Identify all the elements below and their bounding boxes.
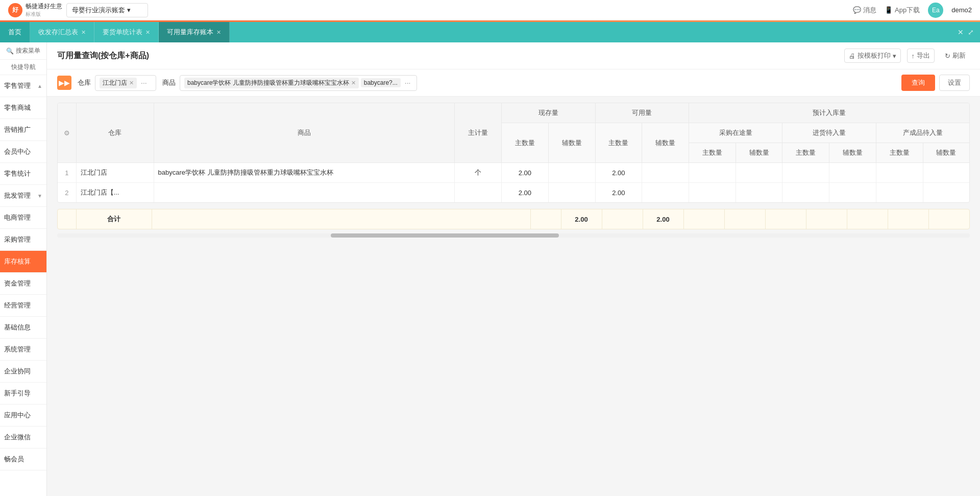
- sidebar-item-vip[interactable]: 畅会员: [0, 448, 46, 470]
- top-bar-left: 好 畅捷通好生意 标准版 母婴行业演示账套 ▾: [8, 2, 148, 18]
- sidebar-item-member[interactable]: 会员中心: [0, 141, 46, 163]
- sidebar-quick-nav[interactable]: 快捷导航: [0, 60, 46, 75]
- td-unit: [455, 183, 502, 203]
- td-warehouse: 江北门店【...: [76, 183, 154, 203]
- sidebar-item-system[interactable]: 系统管理: [0, 339, 46, 361]
- th-incoming: 进货待入量: [782, 123, 876, 143]
- table-header-row1: ⚙ 仓库 商品 主计量 现存量 可用量 预计入库量: [58, 103, 969, 123]
- td-product: [154, 183, 455, 203]
- close-order[interactable]: ✕: [145, 29, 150, 36]
- table-row: 2 江北门店【... 2.00 2.00: [58, 183, 969, 203]
- store-selector[interactable]: 母婴行业演示账套 ▾: [66, 3, 148, 17]
- app-download-label: App下载: [895, 6, 920, 15]
- vip-label: 畅会员: [4, 455, 24, 464]
- product-more[interactable]: ···: [403, 79, 413, 87]
- td-inc-main: [782, 183, 829, 203]
- footer-empty2: [152, 209, 530, 229]
- product-tag2: babycare?...: [361, 78, 401, 87]
- retail-mall-label: 零售商城: [4, 103, 31, 112]
- close-available[interactable]: ✕: [216, 29, 221, 36]
- message-icon: 💬: [853, 6, 861, 14]
- finance-label: 资金管理: [4, 279, 31, 288]
- btn-export[interactable]: ↑ 导出: [907, 49, 935, 63]
- td-pt-aux: [736, 183, 782, 203]
- sidebar-item-wechat[interactable]: 企业微信: [0, 427, 46, 448]
- sidebar-item-finance[interactable]: 资金管理: [0, 273, 46, 295]
- system-label: 系统管理: [4, 345, 31, 354]
- th-product: 商品: [154, 103, 455, 163]
- footer-label: 合计: [76, 209, 152, 229]
- sidebar-item-retail-stats[interactable]: 零售统计: [0, 163, 46, 185]
- tab-receive[interactable]: 收发存汇总表 ✕: [30, 22, 94, 42]
- inventory-label: 库存核算: [4, 257, 31, 266]
- top-bar: 好 畅捷通好生意 标准版 母婴行业演示账套 ▾ 💬 消息 📱 App下载 Ea …: [0, 0, 980, 20]
- tab-available[interactable]: 可用量库存账本 ✕: [159, 22, 230, 42]
- scroll-indicator[interactable]: [57, 233, 970, 238]
- tab-order[interactable]: 要货单统计表 ✕: [94, 22, 159, 42]
- sidebar-item-ecommerce[interactable]: 电商管理: [0, 207, 46, 229]
- th-inc-main: 主数量: [782, 143, 829, 163]
- th-settings[interactable]: ⚙: [58, 103, 76, 163]
- sidebar-item-purchase[interactable]: 采购管理: [0, 229, 46, 251]
- th-pt-aux: 辅数量: [736, 143, 782, 163]
- warehouse-tag: 江北门店 ✕: [100, 78, 137, 88]
- quick-nav-label: 快捷导航: [11, 63, 36, 72]
- page-header: 可用量查询(按仓库+商品) 🖨 按模板打印 ▾ ↑ 导出 ↻ 刷新: [47, 42, 980, 69]
- print-icon: 🖨: [849, 52, 855, 60]
- th-avail-main: 主数量: [595, 123, 642, 163]
- th-stock: 现存量: [502, 103, 595, 123]
- close-all-btn[interactable]: ✕: [958, 28, 964, 36]
- close-receive[interactable]: ✕: [81, 29, 86, 36]
- sidebar-item-basics[interactable]: 基础信息: [0, 317, 46, 339]
- sidebar-item-appcenter[interactable]: 应用中心: [0, 405, 46, 427]
- main-layout: 🔍 搜索菜单 快捷导航 零售管理 ▲ 零售商城 营销推广 会员中心 零售统计 批…: [0, 42, 980, 496]
- app-download-action[interactable]: 📱 App下载: [885, 6, 920, 15]
- retail-stats-label: 零售统计: [4, 169, 31, 178]
- data-table: ⚙ 仓库 商品 主计量 现存量 可用量 预计入库量 主数量 辅数量 主数量 辅数…: [58, 103, 969, 202]
- avatar[interactable]: Ea: [928, 3, 943, 18]
- warehouse-input[interactable]: 江北门店 ✕ ···: [95, 75, 156, 91]
- sidebar-item-newuser[interactable]: 新手引导: [0, 383, 46, 405]
- sidebar-item-inventory[interactable]: 库存核算: [0, 251, 46, 273]
- td-no: 1: [58, 163, 76, 183]
- sidebar-item-collab[interactable]: 企业协同: [0, 361, 46, 383]
- sidebar-item-retail-mgmt[interactable]: 零售管理 ▲: [0, 75, 46, 97]
- message-action[interactable]: 💬 消息: [853, 6, 876, 15]
- table-container: ⚙ 仓库 商品 主计量 现存量 可用量 预计入库量 主数量 辅数量 主数量 辅数…: [57, 103, 970, 203]
- nav-controls: ✕ ⤢: [951, 22, 980, 42]
- product-input[interactable]: babycare学饮杯 儿童防摔防撞吸管杯重力球吸嘴杯宝宝水杯 ✕ babyca…: [180, 75, 417, 91]
- sidebar: 🔍 搜索菜单 快捷导航 零售管理 ▲ 零售商城 营销推广 会员中心 零售统计 批…: [0, 42, 47, 496]
- operations-label: 经营管理: [4, 301, 31, 310]
- content-area: 可用量查询(按仓库+商品) 🖨 按模板打印 ▾ ↑ 导出 ↻ 刷新 ▶▶: [47, 42, 980, 496]
- btn-query[interactable]: 查询: [901, 75, 935, 91]
- btn-settings[interactable]: 设置: [939, 75, 970, 91]
- th-avail-aux: 辅数量: [642, 123, 689, 163]
- footer-inc-main: [806, 209, 847, 229]
- page-title: 可用量查询(按仓库+商品): [57, 51, 149, 61]
- expand-btn[interactable]: ⤢: [968, 28, 974, 36]
- td-avail-main: 2.00: [595, 183, 642, 203]
- th-pt-main: 主数量: [689, 143, 736, 163]
- sidebar-item-operations[interactable]: 经营管理: [0, 295, 46, 317]
- btn-refresh[interactable]: ↻ 刷新: [941, 49, 970, 62]
- scroll-thumb: [331, 233, 559, 238]
- filter-toggle-btn[interactable]: ▶▶: [57, 76, 71, 90]
- remove-product-tag1[interactable]: ✕: [351, 80, 356, 86]
- sidebar-item-retail-mall[interactable]: 零售商城: [0, 97, 46, 119]
- warehouse-more[interactable]: ···: [139, 79, 149, 87]
- remove-warehouse-tag[interactable]: ✕: [129, 80, 134, 86]
- sidebar-search[interactable]: 🔍 搜索菜单: [0, 42, 46, 60]
- available-label: 可用量库存账本: [167, 28, 213, 37]
- retail-mgmt-label: 零售管理: [4, 81, 31, 90]
- username: demo2: [951, 6, 972, 14]
- sidebar-item-wholesale[interactable]: 批发管理 ▼: [0, 185, 46, 207]
- filter-warehouse-group: 仓库 江北门店 ✕ ···: [78, 75, 156, 91]
- collab-label: 企业协同: [4, 367, 31, 376]
- sidebar-item-marketing[interactable]: 营销推广: [0, 119, 46, 141]
- footer-row: 合计 2.00 2.00: [58, 209, 969, 229]
- table-body: 1 江北门店 babycare学饮杯 儿童防摔防撞吸管杯重力球吸嘴杯宝宝水杯 个…: [58, 163, 969, 203]
- tab-home[interactable]: 首页: [0, 22, 30, 42]
- wholesale-arrow-icon: ▼: [37, 193, 42, 199]
- btn-template-print[interactable]: 🖨 按模板打印 ▾: [844, 49, 901, 63]
- td-no: 2: [58, 183, 76, 203]
